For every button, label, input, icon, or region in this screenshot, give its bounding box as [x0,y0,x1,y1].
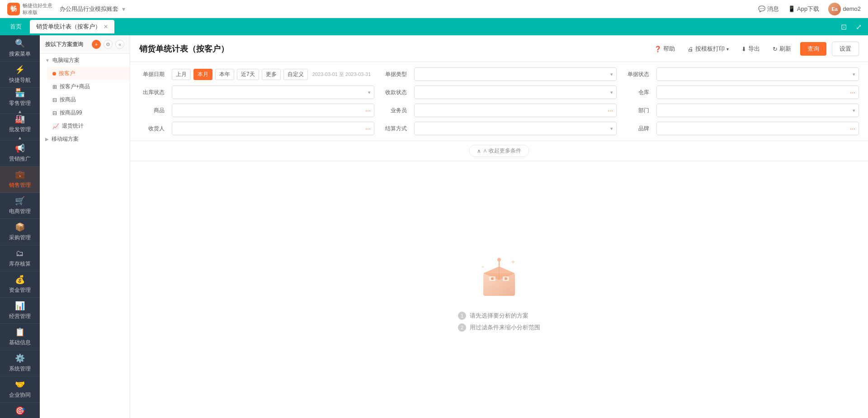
user-profile[interactable]: Ea demo2 [828,3,861,15]
sidebar-item-marketing[interactable]: 📢 营销推广 [0,140,40,166]
query-button[interactable]: 查询 [800,42,826,56]
panel-title: 按以下方案查询 [45,41,83,48]
brand-input[interactable] [656,122,859,135]
page-actions: ❓ 帮助 🖨 按模板打印 ▾ ⬇ 导出 ↻ 刷新 [651,42,859,56]
warehouse-dots[interactable]: ··· [850,89,855,96]
sidebar-item-basic[interactable]: 📋 基础信息 [0,324,40,350]
sidebar-item-search[interactable]: 🔍 搜索菜单 [0,35,40,62]
svg-point-8 [497,258,501,261]
sidebar-item-sales[interactable]: 💼 销售管理 [0,166,40,193]
date-btn-this-month[interactable]: 本月 [193,69,212,80]
sidebar-item-shortcut[interactable]: ⚡ 快捷导航 [0,62,40,88]
tab-maximize-icon[interactable]: ⤢ [853,22,864,32]
date-btn-last-month[interactable]: 上月 [172,69,191,80]
sidebar-item-wholesale[interactable]: 🏭 批发管理 ▲ [0,114,40,140]
tree-item-return-stats[interactable]: 📈 退货统计 [47,119,130,133]
panel-settings-btn[interactable]: ⚙ [104,40,113,49]
filter-row-2: 出库状态 收款状态 仓库 [139,86,859,99]
grid-icon: ⊞ [52,84,57,90]
collapse-label: ∧ 收起更多条件 [483,147,521,155]
tab-home[interactable]: 首页 [4,20,28,33]
sidebar-item-guide[interactable]: 🎯 新手引导 [0,403,40,418]
content-area: 销货单统计表（按客户） ❓ 帮助 🖨 按模板打印 ▾ ⬇ 导出 [130,35,868,418]
sidebar-item-label: 库存核算 [9,260,31,268]
sidebar-item-purchase[interactable]: 📦 采购管理 [0,219,40,245]
department-select[interactable] [656,104,859,117]
receive-status-select[interactable] [414,86,617,99]
refresh-icon: ↻ [773,46,778,52]
salesperson-input[interactable] [414,104,617,117]
goods-input[interactable] [172,104,374,117]
help-icon: ❓ [654,46,661,52]
panel-add-btn[interactable]: + [92,40,101,49]
date-btn-this-year[interactable]: 本年 [215,69,234,80]
salesperson-dots[interactable]: ··· [608,107,613,114]
ecommerce-icon: 🛒 [15,196,25,206]
tab-close-icon[interactable]: ✕ [104,24,108,29]
export-button[interactable]: ⬇ 导出 [738,43,764,55]
receiver-dots[interactable]: ··· [365,125,371,132]
receive-status-label: 收款状态 [382,89,407,96]
date-btn-last-7-days[interactable]: 近7天 [237,69,259,80]
tree-item-by-customer-goods[interactable]: ⊞ 按客户+商品 [47,80,130,93]
tab-restore-icon[interactable]: ⊡ [838,22,849,32]
tab-bar-actions: ⊡ ⤢ [838,22,864,32]
inventory-icon: 🗂 [16,249,24,258]
bill-type-label: 单据类型 [382,71,407,78]
tab-sales-stats[interactable]: 销货单统计表（按客户） ✕ [30,20,114,33]
tree-item-by-customer[interactable]: 按客户 [47,67,130,80]
sidebar-item-inventory[interactable]: 🗂 库存核算 [0,245,40,271]
filter-row-3: 商品 ··· 业务员 ··· 部门 [139,104,859,117]
department-control [656,104,859,117]
app-download-action[interactable]: 📱 App下载 [788,5,819,13]
svg-text:✦: ✦ [481,265,485,270]
panel-collapse-btn[interactable]: « [115,40,124,49]
collapse-button[interactable]: ∧ ∧ 收起更多条件 [469,145,529,157]
logo-area: 畅 畅捷信好生意 标准版 [7,2,52,15]
bill-type-control [414,67,617,81]
sidebar-item-retail[interactable]: 🏪 零售管理 ▲ [0,88,40,114]
bill-type-select[interactable] [414,67,617,81]
tree-desktop-group[interactable]: ▼ 电脑端方案 [40,54,130,67]
date-btn-custom[interactable]: 自定义 [283,69,308,80]
collapse-arrow-icon: ∧ [477,148,481,154]
filter-area: 单据日期 上月 本月 本年 近7天 更多 自定义 2023-03-01 至 20… [130,62,868,141]
empty-state: ✦ ✦ 1 请先选择要分析的方案 2 用过滤条件来缩小分析范围 [130,162,868,418]
system-icon: ⚙️ [15,353,25,363]
goods-dots[interactable]: ··· [365,107,371,114]
tree-mobile-group[interactable]: ▶ 移动端方案 [40,133,130,146]
basic-icon: 📋 [15,327,25,337]
app-title: 办公用品行业模拟账套 [60,5,118,13]
out-status-select[interactable] [172,86,374,99]
brand-control: ··· [656,122,859,135]
warehouse-control: ··· [656,86,859,99]
sidebar-item-system[interactable]: ⚙️ 系统管理 [0,350,40,376]
print-arrow: ▾ [726,47,729,52]
sidebar-item-enterprise[interactable]: 🤝 企业协同 [0,376,40,403]
sidebar-item-finance[interactable]: 💰 资金管理 [0,271,40,298]
sidebar-item-label: 企业协同 [9,391,31,399]
print-icon: 🖨 [688,46,693,52]
settings-button[interactable]: 设置 [832,42,859,56]
bill-status-select[interactable] [656,67,859,81]
settlement-select[interactable] [414,122,617,135]
date-btn-more[interactable]: 更多 [262,69,281,80]
tree-item-by-goods[interactable]: ⊟ 按商品 [47,93,130,106]
tree-item-by-goods-99[interactable]: ⊟ 按商品99 [47,106,130,119]
warehouse-input[interactable] [656,86,859,99]
app-title-arrow[interactable]: ▾ [122,5,125,13]
sidebar-item-label: 零售管理 [9,100,31,107]
filter-row-4: 收货人 ··· 结算方式 品牌 ··· [139,122,859,135]
sidebar-item-label: 快捷导航 [9,76,31,84]
sidebar-item-ecommerce[interactable]: 🛒 电商管理 [0,193,40,219]
refresh-button[interactable]: ↻ 刷新 [769,43,795,55]
sidebar-item-operation[interactable]: 📊 经营管理 [0,298,40,324]
message-action[interactable]: 💬 消息 [758,5,779,13]
brand-dots[interactable]: ··· [850,125,855,132]
receiver-input[interactable] [172,122,374,135]
help-button[interactable]: ❓ 帮助 [651,43,679,55]
print-button[interactable]: 🖨 按模板打印 ▾ [684,43,732,55]
empty-hint-2: 2 用过滤条件来缩小分析范围 [458,323,540,332]
message-label: 消息 [767,5,779,13]
header-left: 畅 畅捷信好生意 标准版 办公用品行业模拟账套 ▾ [7,2,125,15]
